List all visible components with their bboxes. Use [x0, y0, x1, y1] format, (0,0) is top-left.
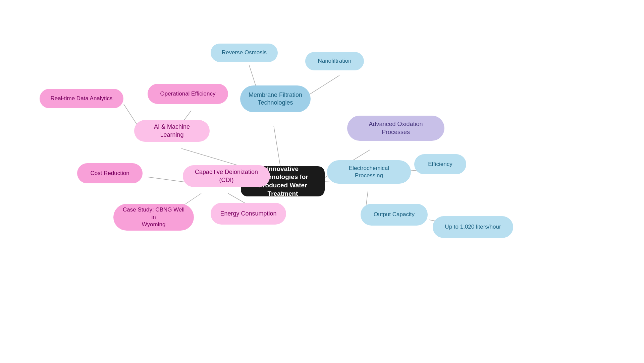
realtime-analytics-label: Real-time Data Analytics — [50, 95, 112, 102]
efficiency-label: Efficiency — [428, 161, 452, 168]
operational-efficiency-node[interactable]: Operational Efficiency — [148, 84, 228, 104]
capacitive-deionization-label: Capacitive Deionization (CDI) — [191, 168, 262, 184]
energy-consumption-node[interactable]: Energy Consumption — [211, 203, 286, 225]
capacitive-deionization-node[interactable]: Capacitive Deionization (CDI) — [183, 165, 270, 187]
realtime-analytics-node[interactable]: Real-time Data Analytics — [40, 89, 123, 108]
efficiency-node[interactable]: Efficiency — [414, 154, 466, 174]
electrochemical-label: Electrochemical Processing — [335, 165, 403, 179]
membrane-filtration-node[interactable]: Membrane Filtration Technologies — [240, 85, 311, 112]
cost-reduction-node[interactable]: Cost Reduction — [77, 163, 143, 183]
output-capacity-node[interactable]: Output Capacity — [361, 204, 428, 226]
liters-hour-label: Up to 1,020 liters/hour — [445, 223, 501, 231]
nanofiltration-node[interactable]: Nanofiltration — [305, 52, 364, 70]
liters-hour-node[interactable]: Up to 1,020 liters/hour — [433, 216, 513, 238]
membrane-filtration-label: Membrane Filtration Technologies — [249, 91, 302, 107]
ai-ml-node[interactable]: AI & Machine Learning — [134, 120, 210, 142]
reverse-osmosis-node[interactable]: Reverse Osmosis — [211, 44, 278, 62]
advanced-oxidation-node[interactable]: Advanced Oxidation Processes — [347, 116, 444, 141]
case-study-label: Case Study: CBNG Well in Wyoming — [121, 206, 186, 228]
cost-reduction-label: Cost Reduction — [90, 170, 129, 177]
ai-ml-label: AI & Machine Learning — [142, 123, 202, 139]
operational-efficiency-label: Operational Efficiency — [160, 90, 215, 98]
case-study-node[interactable]: Case Study: CBNG Well in Wyoming — [113, 204, 194, 231]
svg-line-12 — [181, 148, 241, 166]
advanced-oxidation-label: Advanced Oxidation Processes — [355, 120, 436, 136]
output-capacity-label: Output Capacity — [374, 211, 415, 218]
energy-consumption-label: Energy Consumption — [220, 210, 276, 218]
nanofiltration-label: Nanofiltration — [318, 57, 351, 65]
reverse-osmosis-label: Reverse Osmosis — [222, 49, 267, 56]
electrochemical-node[interactable]: Electrochemical Processing — [327, 160, 411, 184]
